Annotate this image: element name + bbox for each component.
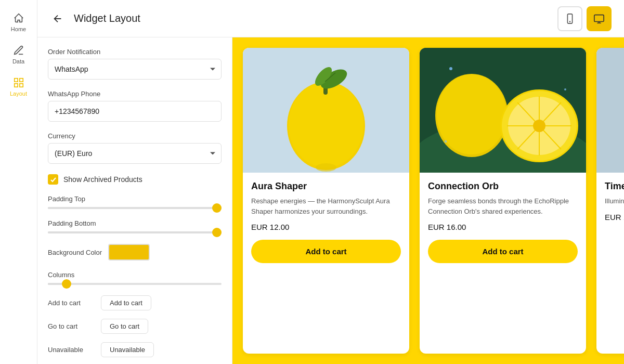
columns-field: Columns xyxy=(48,271,222,285)
product-name: Aura Shaper xyxy=(251,181,401,192)
unavailable-row: Unavailable Unavailable xyxy=(48,342,222,357)
preview-area: Aura Shaper Reshape energies — the Harmo… xyxy=(232,37,624,364)
add-to-cart-button[interactable]: Add to cart xyxy=(428,240,578,263)
svg-point-16 xyxy=(316,163,336,172)
view-toggle xyxy=(557,6,612,31)
sidebar-item-data[interactable]: Data xyxy=(3,41,34,69)
go-to-cart-preview[interactable]: Go to cart xyxy=(101,319,148,334)
svg-rect-0 xyxy=(14,79,17,82)
svg-rect-6 xyxy=(594,15,604,21)
partial-product-image xyxy=(596,48,624,173)
back-button[interactable] xyxy=(50,11,66,27)
whatsapp-phone-label: WhatsApp Phone xyxy=(48,90,222,98)
show-archived-checkbox[interactable] xyxy=(48,174,58,185)
back-icon xyxy=(52,13,63,24)
lemon-single-image xyxy=(243,48,409,173)
svg-rect-32 xyxy=(596,48,624,173)
home-icon xyxy=(13,12,24,24)
columns-track[interactable] xyxy=(48,283,222,285)
whatsapp-phone-field: WhatsApp Phone xyxy=(48,90,222,122)
product-description-partial: Illuminate Weaver's xyxy=(605,196,624,206)
svg-rect-1 xyxy=(19,79,22,82)
show-archived-row: Show Archived Products xyxy=(48,174,222,185)
padding-top-label: Padding Top xyxy=(48,195,222,203)
order-notification-label: Order Notification xyxy=(48,48,222,56)
add-to-cart-button[interactable]: Add to cart xyxy=(251,240,401,263)
product-card-body: Aura Shaper Reshape energies — the Harmo… xyxy=(243,173,409,271)
sidebar-item-layout[interactable]: Layout xyxy=(3,73,34,101)
order-notification-select[interactable]: WhatsApp xyxy=(48,59,222,80)
add-to-cart-label: Add to cart xyxy=(48,299,95,307)
padding-top-track[interactable] xyxy=(48,207,222,209)
layout-icon xyxy=(13,77,24,88)
padding-top-thumb[interactable] xyxy=(212,203,222,213)
content-row: Order Notification WhatsApp WhatsApp Pho… xyxy=(37,37,624,364)
mobile-view-button[interactable] xyxy=(557,6,582,31)
product-name: Connection Orb xyxy=(428,181,578,192)
product-image xyxy=(420,48,586,173)
order-notification-select-wrapper: WhatsApp xyxy=(48,59,222,80)
currency-label: Currency xyxy=(48,132,222,140)
checkmark-icon xyxy=(50,176,57,183)
svg-point-29 xyxy=(449,67,452,70)
page-title: Widget Layout xyxy=(74,12,549,24)
background-color-field: Background Color xyxy=(48,244,222,261)
add-to-cart-row: Add to cart Add to cart xyxy=(48,295,222,310)
go-to-cart-row: Go to cart Go to cart xyxy=(48,319,222,334)
show-archived-label: Show Archived Products xyxy=(63,175,142,184)
product-card: Aura Shaper Reshape energies — the Harmo… xyxy=(243,48,409,354)
product-description: Reshape energies — the HarmonySculpt Aur… xyxy=(251,196,401,216)
padding-bottom-track[interactable] xyxy=(48,231,222,233)
lemon-cut-image xyxy=(420,48,586,173)
product-description: Forge seamless bonds through the EchoRip… xyxy=(428,196,578,216)
svg-point-31 xyxy=(445,140,447,143)
desktop-view-button[interactable] xyxy=(587,6,612,31)
product-name-partial: Time W xyxy=(605,181,624,192)
main-area: Widget Layout Order Notific xyxy=(37,0,624,364)
columns-thumb[interactable] xyxy=(62,279,71,289)
svg-point-28 xyxy=(533,120,545,132)
mobile-icon xyxy=(564,13,576,24)
padding-bottom-label: Padding Bottom xyxy=(48,219,222,227)
sidebar-item-home[interactable]: Home xyxy=(3,8,34,36)
currency-select-wrapper: (EUR) Euro xyxy=(48,143,222,164)
desktop-icon xyxy=(593,13,605,24)
svg-point-30 xyxy=(564,88,566,90)
order-notification-field: Order Notification WhatsApp xyxy=(48,48,222,80)
product-price-partial: EUR 14.0 xyxy=(605,213,624,222)
svg-point-11 xyxy=(289,82,363,167)
background-color-label: Background Color xyxy=(48,249,102,256)
padding-bottom-field: Padding Bottom xyxy=(48,219,222,233)
product-card: Connection Orb Forge seamless bonds thro… xyxy=(420,48,586,354)
preview-inner: Aura Shaper Reshape energies — the Harmo… xyxy=(232,37,624,364)
padding-bottom-thumb[interactable] xyxy=(212,228,222,237)
product-price: EUR 16.00 xyxy=(428,223,578,231)
padding-top-field: Padding Top xyxy=(48,195,222,209)
go-to-cart-label: Go to cart xyxy=(48,322,95,330)
product-image xyxy=(243,48,409,173)
currency-field: Currency (EUR) Euro xyxy=(48,132,222,164)
data-icon xyxy=(13,45,24,56)
whatsapp-phone-input[interactable] xyxy=(48,101,222,122)
unavailable-label: Unavailable xyxy=(48,346,95,354)
product-image-partial xyxy=(596,48,624,173)
add-to-cart-preview[interactable]: Add to cart xyxy=(101,295,151,310)
svg-rect-2 xyxy=(14,84,17,87)
product-card-body: Connection Orb Forge seamless bonds thro… xyxy=(420,173,586,271)
top-bar: Widget Layout xyxy=(37,0,624,37)
product-card-partial: Time W Illuminate Weaver's EUR 14.0 xyxy=(596,48,624,354)
background-color-swatch[interactable] xyxy=(108,244,150,261)
svg-point-20 xyxy=(437,74,506,154)
unavailable-preview[interactable]: Unavailable xyxy=(101,342,154,357)
settings-panel: Order Notification WhatsApp WhatsApp Pho… xyxy=(37,37,232,364)
columns-label: Columns xyxy=(48,271,222,279)
product-card-body-partial: Time W Illuminate Weaver's EUR 14.0 xyxy=(596,173,624,238)
product-price: EUR 12.00 xyxy=(251,223,401,231)
sidebar-nav: Home Data Layout xyxy=(0,0,37,364)
svg-rect-3 xyxy=(19,84,22,87)
currency-select[interactable]: (EUR) Euro xyxy=(48,143,222,164)
